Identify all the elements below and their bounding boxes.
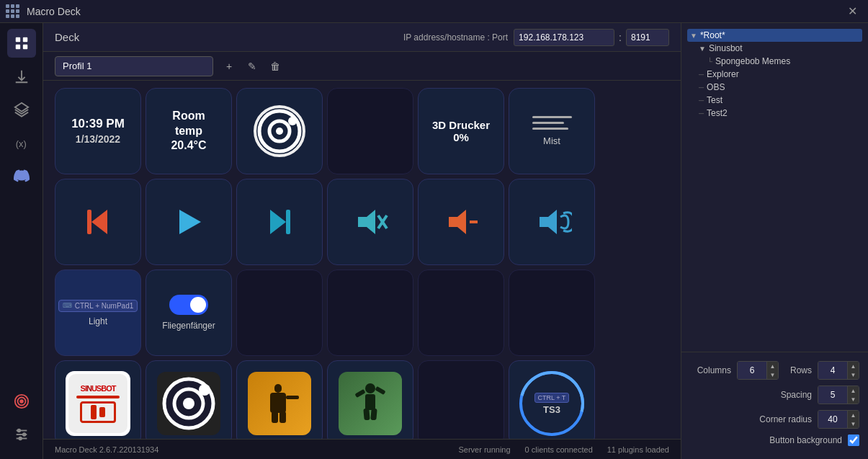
sinusbot-box bbox=[80, 401, 116, 423]
button-bg-checkbox[interactable] bbox=[848, 435, 859, 446]
variable-icon: (x) bbox=[14, 135, 30, 151]
version-label: Macro Deck 2.6.7.220131934 bbox=[55, 445, 158, 454]
mist-line-3 bbox=[532, 128, 568, 130]
rows-down-button[interactable]: ▼ bbox=[847, 370, 859, 379]
obs-logo bbox=[256, 108, 303, 154]
mist-label: Mist bbox=[543, 135, 560, 146]
sidebar-item-settings[interactable] bbox=[7, 387, 36, 416]
deck-button-printer[interactable]: 3D Drucker 0% bbox=[418, 88, 504, 174]
sidebar-item-layers[interactable] bbox=[7, 95, 36, 124]
settings-panel: Columns ▲ ▼ Rows ▲ ▼ bbox=[681, 352, 868, 459]
tree-label-explorer: Explorer bbox=[707, 69, 739, 79]
deck-button-empty-4[interactable] bbox=[418, 269, 504, 356]
sidebar-item-variable[interactable]: (x) bbox=[7, 128, 36, 157]
edit-profile-button[interactable]: ✎ bbox=[242, 56, 262, 76]
obs-app-logo bbox=[161, 375, 217, 432]
spacing-down-button[interactable]: ▼ bbox=[847, 395, 859, 404]
profile-actions: + ✎ 🗑 bbox=[219, 56, 285, 76]
deck-button-voldown[interactable] bbox=[418, 179, 504, 265]
tree-item-obs[interactable]: ─ OBS bbox=[687, 81, 862, 94]
deck-button-roomtemp[interactable]: Room temp 20.4°C bbox=[146, 88, 232, 174]
corner-radius-up-button[interactable]: ▲ bbox=[847, 411, 859, 419]
light-shortcut-badge: ⌨ CTRL + NumPad1 bbox=[58, 300, 138, 312]
sinusbot-bar bbox=[76, 396, 120, 398]
plugins-count: 11 plugins loaded bbox=[607, 445, 669, 454]
deck-button-empty-3[interactable] bbox=[327, 269, 413, 356]
main-container: (x) bbox=[0, 23, 868, 459]
deck-button-toggle[interactable]: Fliegenfänger bbox=[146, 269, 232, 356]
port-input[interactable] bbox=[626, 29, 669, 46]
target-icon bbox=[14, 393, 30, 409]
sidebar-item-deck[interactable] bbox=[7, 29, 36, 58]
corner-radius-down-button[interactable]: ▼ bbox=[847, 419, 859, 428]
sidebar-item-download[interactable] bbox=[7, 62, 36, 91]
deck-button-light[interactable]: ⌨ CTRL + NumPad1 Light bbox=[55, 269, 141, 356]
corner-radius-input[interactable] bbox=[818, 411, 847, 428]
sinusbot-logo: SINUSBOT bbox=[68, 374, 127, 433]
tree-item-spongebob[interactable]: └ Spongebob Memes bbox=[687, 55, 862, 68]
columns-input[interactable] bbox=[738, 362, 766, 379]
voldown-icon bbox=[442, 202, 481, 242]
svg-marker-19 bbox=[91, 210, 107, 234]
deck-button-next[interactable] bbox=[236, 179, 323, 265]
deck-button-sinusbot[interactable]: SINUSBOT bbox=[55, 360, 141, 439]
corner-radius-row: Corner radius ▲ ▼ bbox=[690, 410, 859, 429]
ip-label: IP address/hostname : Port bbox=[403, 32, 508, 43]
cs-logo bbox=[254, 378, 305, 429]
corner-radius-label: Corner radius bbox=[690, 414, 812, 424]
columns-up-button[interactable]: ▲ bbox=[766, 362, 778, 370]
volup-icon bbox=[532, 202, 572, 242]
toggle-knob bbox=[190, 297, 206, 313]
statusbar: Macro Deck 2.6.7.220131934 Server runnin… bbox=[43, 439, 681, 459]
light-label: Light bbox=[89, 316, 107, 326]
tree-item-test2[interactable]: ─ Test2 bbox=[687, 107, 862, 120]
mute-icon bbox=[351, 202, 390, 242]
sidebar-item-sliders[interactable] bbox=[7, 420, 36, 449]
deck-button-arma[interactable] bbox=[327, 360, 413, 439]
spacing-input[interactable] bbox=[818, 386, 847, 404]
sidebar-item-discord[interactable] bbox=[7, 161, 36, 190]
topbar: Deck IP address/hostname : Port : bbox=[43, 23, 681, 52]
deck-button-obs-record[interactable] bbox=[236, 88, 323, 174]
tree-arrow-test: ─ bbox=[699, 97, 704, 104]
deck-button-mist[interactable]: Mist bbox=[509, 88, 595, 174]
deck-button-play[interactable] bbox=[146, 179, 232, 265]
port-separator: : bbox=[619, 32, 622, 43]
add-profile-button[interactable]: + bbox=[219, 56, 239, 76]
deck-button-empty-6[interactable] bbox=[418, 360, 504, 439]
prev-icon bbox=[79, 202, 118, 242]
center-panel: Deck IP address/hostname : Port : Profil… bbox=[43, 23, 681, 459]
ts3-circle: CTRL + T TS3 bbox=[519, 371, 584, 436]
deck-button-empty-5[interactable] bbox=[509, 269, 595, 356]
deck-button-clock[interactable]: 10:39 PM 1/13/2022 bbox=[55, 88, 141, 174]
svg-rect-40 bbox=[365, 394, 375, 410]
deck-button-prev[interactable] bbox=[55, 179, 141, 265]
deck-button-empty-1[interactable] bbox=[327, 88, 413, 174]
rows-label: Rows bbox=[790, 365, 812, 375]
mist-line-1 bbox=[532, 116, 572, 118]
svg-point-18 bbox=[288, 117, 297, 125]
deck-button-mute[interactable] bbox=[327, 179, 413, 265]
tree-arrow-explorer: ─ bbox=[699, 71, 704, 79]
deck-button-cs[interactable] bbox=[236, 360, 323, 439]
profile-select[interactable]: Profil 1 Profil 2 bbox=[55, 56, 213, 76]
tree-item-root[interactable]: ▼ *Root* bbox=[687, 29, 862, 42]
spacing-up-button[interactable]: ▲ bbox=[847, 386, 859, 395]
deck-button-empty-2[interactable] bbox=[236, 269, 323, 356]
deck-button-volup[interactable] bbox=[509, 179, 595, 265]
keyboard-icon: ⌨ bbox=[63, 302, 72, 309]
tree-item-sinusbot[interactable]: ▼ Sinusbot bbox=[687, 42, 862, 55]
tree-item-explorer[interactable]: ─ Explorer bbox=[687, 68, 862, 81]
rows-input[interactable] bbox=[818, 362, 847, 379]
svg-marker-27 bbox=[449, 210, 466, 234]
profilebar: Profil 1 Profil 2 + ✎ 🗑 bbox=[43, 52, 681, 81]
columns-down-button[interactable]: ▼ bbox=[766, 370, 778, 379]
delete-profile-button[interactable]: 🗑 bbox=[265, 56, 285, 76]
ip-input[interactable] bbox=[514, 29, 614, 46]
rows-up-button[interactable]: ▲ bbox=[847, 362, 859, 370]
close-button[interactable]: ✕ bbox=[842, 1, 862, 22]
svg-point-12 bbox=[17, 429, 20, 432]
deck-button-ts3[interactable]: CTRL + T TS3 bbox=[509, 360, 595, 439]
tree-item-test[interactable]: ─ Test bbox=[687, 94, 862, 107]
deck-button-obs-app[interactable] bbox=[146, 360, 232, 439]
